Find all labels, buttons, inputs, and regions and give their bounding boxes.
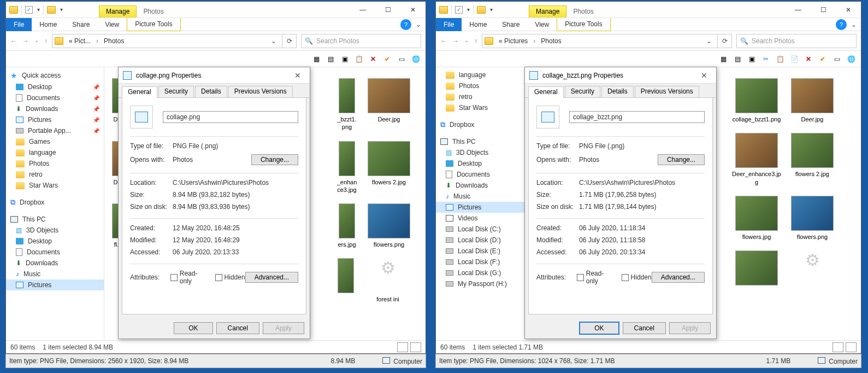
file-thumbnail[interactable]: Deer.jpg	[788, 78, 837, 123]
qat-customize-icon[interactable]: ▾	[490, 7, 493, 13]
file-thumbnail[interactable]: flowers.png	[364, 203, 414, 248]
ok-button[interactable]: OK	[174, 322, 212, 334]
dropbox-group[interactable]: ⧉Dropbox	[6, 196, 104, 208]
sidebar-item-desktop[interactable]: Desktop📌	[6, 81, 104, 92]
cut-icon[interactable]: ✂	[760, 54, 771, 65]
address-bar[interactable]: « Pict... › Photos ⌄	[52, 34, 282, 48]
chevron-down-icon[interactable]: ▾	[37, 7, 40, 13]
home-tab[interactable]: Home	[32, 18, 64, 31]
sidebar-item-downloads[interactable]: ⬇Downloads📌	[6, 103, 104, 114]
file-thumbnail[interactable]: flowers.png	[788, 196, 837, 241]
refresh-button[interactable]: ⟳	[282, 34, 297, 48]
picture-tools-tab[interactable]: Picture Tools	[127, 18, 180, 31]
sidebar-item-pictures[interactable]: Pictures	[6, 279, 104, 290]
sidebar-item-disk-g[interactable]: Local Disk (G:)	[436, 267, 534, 278]
delete-icon[interactable]: ✕	[368, 54, 379, 65]
dialog-titlebar[interactable]: collage_bzzt.png Properties ✕	[525, 67, 716, 84]
sidebar-item-passport[interactable]: My Passport (H:)	[436, 278, 534, 289]
properties-icon[interactable]	[25, 6, 33, 14]
ok-button[interactable]: OK	[579, 322, 619, 335]
cancel-button[interactable]: Cancel	[623, 322, 666, 334]
qat-customize-icon[interactable]: ▾	[60, 7, 63, 13]
sidebar-item-photos[interactable]: Photos	[6, 158, 104, 169]
ribbon-collapse-icon[interactable]: ⌄	[851, 21, 861, 28]
minimize-button[interactable]: —	[350, 2, 375, 18]
settings-icon[interactable]: 🌐	[410, 54, 421, 65]
sidebar-item-music[interactable]: ♪Music	[6, 269, 104, 279]
new-folder-icon[interactable]	[47, 6, 56, 14]
sidebar-item-videos[interactable]: Videos	[436, 213, 534, 224]
chevron-right-icon[interactable]: ›	[533, 37, 535, 45]
file-thumbnail[interactable]: ⚙forest ini	[363, 258, 412, 303]
filename-input[interactable]: collage_bzzt.png	[569, 111, 705, 123]
open-icon[interactable]: ▣	[746, 54, 757, 65]
address-segment[interactable]: Photos	[101, 37, 127, 45]
back-button[interactable]: ←	[10, 37, 17, 45]
close-button[interactable]: ✕	[696, 71, 712, 80]
view-tab[interactable]: View	[97, 18, 127, 31]
manage-tab[interactable]: Manage	[99, 5, 137, 18]
sidebar-item-starwars[interactable]: Star Wars	[6, 180, 104, 191]
sidebar-item-disk-f[interactable]: Local Disk (F:)	[436, 257, 534, 267]
refresh-button[interactable]: ⟳	[718, 34, 732, 48]
quick-access-group[interactable]: ★Quick access	[6, 69, 104, 81]
change-button[interactable]: Change...	[251, 154, 298, 165]
delete-icon[interactable]: ✕	[803, 54, 814, 65]
sidebar-item-documents[interactable]: Documents	[436, 169, 534, 180]
file-thumbnail[interactable]: ers.jpg	[336, 203, 358, 248]
chevron-down-icon[interactable]: ▾	[467, 7, 470, 13]
forward-button[interactable]: →	[452, 37, 459, 45]
sidebar-item-pictures[interactable]: Pictures	[436, 202, 534, 213]
close-button[interactable]: ✕	[836, 2, 861, 18]
search-box[interactable]: 🔍 Search Photos	[301, 34, 421, 48]
dropbox-group[interactable]: ⧉Dropbox	[436, 119, 534, 131]
recent-dropdown[interactable]: ⌄	[34, 37, 39, 45]
file-thumbnail[interactable]: flowers.jpg	[732, 196, 781, 241]
sidebar-item-3d[interactable]: ▧3D Objects	[6, 225, 104, 236]
file-tab[interactable]: File	[6, 18, 32, 31]
sidebar-item-desktop[interactable]: Desktop	[6, 236, 104, 247]
home-tab[interactable]: Home	[462, 18, 494, 31]
help-icon[interactable]: ?	[400, 19, 411, 30]
sidebar-item-downloads[interactable]: ⬇Downloads	[436, 180, 534, 191]
sidebar-item-disk-c[interactable]: Local Disk (C:)	[436, 224, 534, 235]
tab-previous-versions[interactable]: Previous Versions	[228, 86, 293, 97]
sidebar-item-desktop[interactable]: Desktop	[436, 158, 534, 169]
sidebar-item-documents[interactable]: Documents	[6, 247, 104, 258]
address-segment[interactable]: « Pictures	[495, 37, 531, 45]
sidebar-item-retro[interactable]: retro	[436, 91, 534, 102]
copy-icon[interactable]: 📋	[353, 54, 364, 65]
file-thumbnail[interactable]: flowers 2.jpg	[364, 141, 414, 194]
paste-icon[interactable]: 📄	[789, 54, 800, 65]
apply-button[interactable]: Apply	[263, 322, 304, 334]
group-icon[interactable]: ▤	[732, 54, 743, 65]
readonly-checkbox[interactable]	[170, 274, 177, 281]
check-icon[interactable]: ✔	[382, 54, 393, 65]
file-thumbnail[interactable]: flowers 2.jpg	[788, 133, 837, 186]
share-tab[interactable]: Share	[494, 18, 527, 31]
up-button[interactable]: ↑	[474, 37, 477, 45]
file-thumbnail[interactable]: collage_bzzt1.png	[732, 78, 781, 123]
tab-details[interactable]: Details	[195, 86, 227, 97]
new-folder-icon[interactable]	[477, 6, 486, 14]
sidebar-item-retro[interactable]: retro	[6, 169, 104, 180]
apply-button[interactable]: Apply	[669, 322, 711, 334]
advanced-button[interactable]: Advanced...	[245, 272, 298, 283]
address-segment[interactable]: « Pict...	[66, 37, 94, 45]
titlebar[interactable]: ▾ ▾ Manage Photos — ☐ ✕	[436, 2, 861, 18]
close-button[interactable]: ✕	[400, 2, 426, 18]
thumbnails-view-icon[interactable]	[410, 342, 421, 352]
up-button[interactable]: ↑	[44, 37, 48, 45]
tab-security[interactable]: Security	[158, 86, 194, 97]
sidebar-item-language[interactable]: language	[436, 69, 534, 80]
sidebar-item-photos[interactable]: Photos	[436, 80, 534, 91]
address-dropdown-icon[interactable]: ⌄	[268, 37, 280, 45]
address-dropdown-icon[interactable]: ⌄	[703, 37, 715, 45]
view-icon[interactable]: ▦	[311, 54, 322, 65]
details-view-icon[interactable]	[397, 342, 408, 352]
sidebar-item-disk-e[interactable]: Local Disk (E:)	[436, 246, 534, 257]
file-thumbnail[interactable]: Deer_enhance3.jpg	[732, 133, 781, 186]
file-thumbnail[interactable]: Deer.jpg	[364, 78, 414, 131]
minimize-button[interactable]: —	[786, 2, 811, 18]
dialog-titlebar[interactable]: collage.png Properties ✕	[119, 67, 310, 84]
